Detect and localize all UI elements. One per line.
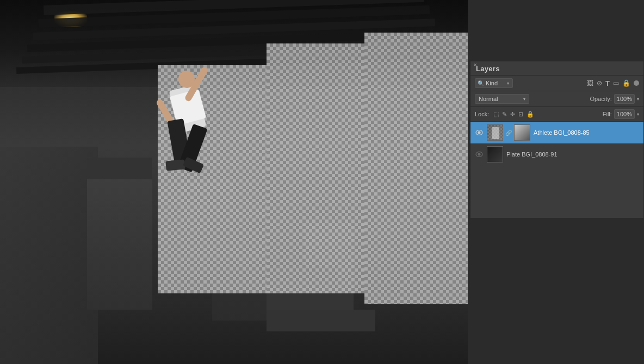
layer-visibility-icon[interactable] [475, 128, 484, 137]
panel-header: Layers [470, 61, 643, 76]
opacity-value[interactable]: 100% [614, 94, 635, 104]
layers-list: 🔗 Athlete BGI_0808-85 Plate BGI_0808-91 [470, 122, 643, 218]
lock-fill-row: Lock: ⬚ ✎ ✛ ⊡ 🔒 Fill: 100% ▾ [470, 107, 643, 122]
layer-item[interactable]: Plate BGI_0808-91 [470, 143, 643, 165]
lock-label: Lock: [475, 111, 489, 117]
lock-pixels-icon[interactable]: ✎ [502, 111, 507, 118]
opacity-label: Opacity: [590, 96, 612, 102]
layer-visibility-icon[interactable] [475, 150, 484, 159]
layer-thumb-image [487, 124, 503, 141]
transparency-area-2 [267, 43, 364, 293]
filter-image-icon[interactable]: 🖼 [587, 79, 593, 87]
layer-name: Athlete BGI_0808-85 [534, 129, 639, 136]
lock-transparent-icon[interactable]: ⬚ [493, 111, 499, 118]
blend-dropdown-arrow: ▾ [523, 97, 525, 102]
layer-mask-thumb [514, 124, 530, 141]
svg-point-1 [478, 131, 481, 134]
fill-value[interactable]: 100% [614, 109, 635, 119]
stair-1 [267, 310, 375, 331]
filter-type-icon[interactable]: T [605, 79, 610, 87]
transparency-area-3 [364, 33, 468, 304]
fill-label: Fill: [603, 111, 612, 117]
blend-mode-label: Normal [479, 96, 521, 102]
opacity-row: Opacity: 100% ▾ [532, 94, 639, 104]
layers-panel: Layers 🔍 Kind ▾ 🖼 ⊘ T ▭ 🔒 Normal ▾ Opaci… [470, 61, 644, 218]
kind-dropdown-arrow: ▾ [507, 81, 509, 86]
lock-icons-group: ⬚ ✎ ✛ ⊡ 🔒 [493, 111, 534, 118]
filter-smart-icon[interactable]: 🔒 [622, 79, 630, 87]
layer-item[interactable]: 🔗 Athlete BGI_0808-85 [470, 122, 643, 143]
concrete-left [0, 147, 98, 364]
fill-arrow[interactable]: ▾ [637, 112, 639, 117]
filter-toggle[interactable] [634, 80, 639, 86]
filter-adjustment-icon[interactable]: ⊘ [597, 79, 602, 87]
lock-artboard-icon[interactable]: ⊡ [518, 111, 523, 118]
kind-label: Kind [486, 80, 505, 86]
filter-icons-group: 🖼 ⊘ T ▭ 🔒 [516, 79, 639, 87]
blend-mode-dropdown[interactable]: Normal ▾ [475, 94, 529, 104]
photo-background [0, 0, 468, 364]
layer-thumb-image [487, 146, 503, 162]
opacity-arrow[interactable]: ▾ [637, 97, 639, 102]
search-icon: 🔍 [478, 80, 484, 86]
svg-point-3 [478, 153, 481, 156]
panel-title: Layers [476, 65, 500, 73]
lock-position-icon[interactable]: ✛ [510, 111, 515, 118]
filter-shape-icon[interactable]: ▭ [613, 79, 619, 87]
lock-all-icon[interactable]: 🔒 [527, 111, 534, 118]
close-icon[interactable]: × [474, 61, 477, 68]
filter-toolbar: 🔍 Kind ▾ 🖼 ⊘ T ▭ 🔒 [470, 76, 643, 91]
blend-opacity-row: Normal ▾ Opacity: 100% ▾ [470, 91, 643, 107]
layer-link-icon: 🔗 [506, 130, 511, 136]
athlete-figure [141, 54, 250, 196]
kind-dropdown[interactable]: 🔍 Kind ▾ [475, 78, 513, 88]
fill-row: Fill: 100% ▾ [603, 109, 639, 119]
layer-name: Plate BGI_0808-91 [506, 151, 639, 158]
